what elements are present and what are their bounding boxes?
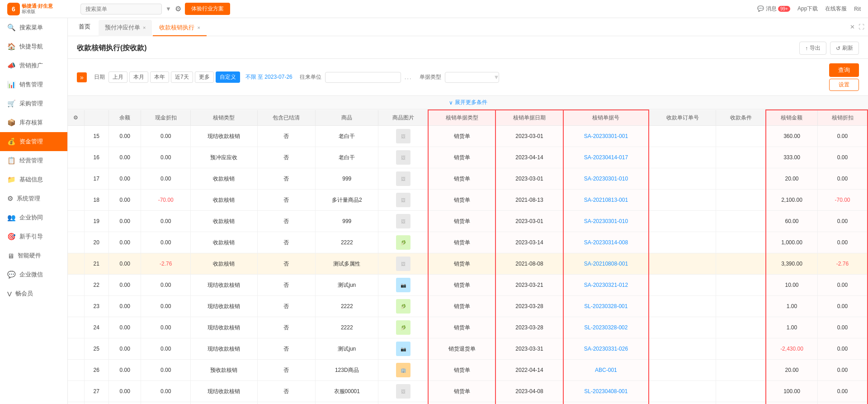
tab-prepay-close[interactable]: × bbox=[143, 25, 146, 30]
doc-no-link[interactable]: SA-20230301-010 bbox=[584, 176, 628, 182]
cell-verify-doc-no[interactable]: SL-20230418-001 bbox=[563, 402, 649, 404]
sidebar-item-inventory[interactable]: 📦 库存核算 bbox=[0, 113, 67, 132]
date-more-btn[interactable]: 更多 bbox=[195, 71, 214, 83]
cell-payment-terms bbox=[716, 168, 766, 190]
cell-verify-type: 现结收款核销 bbox=[190, 381, 257, 402]
sidebar-item-purchase[interactable]: 🛒 采购管理 bbox=[0, 94, 67, 113]
export-btn[interactable]: ↑ 导出 bbox=[799, 42, 826, 55]
sidebar-item-finance[interactable]: 💰 资金管理 bbox=[0, 132, 67, 151]
sidebar-item-sales[interactable]: 📊 销售管理 bbox=[0, 75, 67, 94]
refresh-label: 刷新 bbox=[842, 44, 853, 52]
collapse-filter-btn[interactable]: » bbox=[77, 72, 87, 82]
cell-verify-discount: 0.00 bbox=[818, 338, 868, 360]
goods-image: 🥬 bbox=[396, 320, 410, 335]
doc-no-link[interactable]: SA-20230314-008 bbox=[584, 239, 628, 246]
filter-settings-btn[interactable]: 设置 bbox=[829, 79, 859, 91]
date-year-btn[interactable]: 本年 bbox=[150, 71, 169, 83]
search-icon: 🔍 bbox=[7, 24, 16, 32]
tab-verify[interactable]: 收款核销执行 × bbox=[153, 20, 206, 36]
sidebar-item-basic-info[interactable]: 📁 基础信息 bbox=[0, 170, 67, 189]
sidebar-item-operations[interactable]: 📋 经营管理 bbox=[0, 151, 67, 170]
doctype-select[interactable] bbox=[445, 72, 499, 83]
cell-verify-doc-no[interactable]: SA-20230301-010 bbox=[563, 168, 649, 190]
date-prev-btn[interactable]: 上月 bbox=[108, 71, 127, 83]
brand-sub: 标准版 bbox=[22, 9, 53, 14]
cell-verify-type: 预冲应应收 bbox=[190, 147, 257, 168]
query-btn[interactable]: 查询 bbox=[829, 63, 859, 77]
cell-gear bbox=[68, 338, 84, 360]
online-service-link[interactable]: 在线客服 bbox=[825, 5, 847, 13]
cell-verify-doc-no[interactable]: SA-20230301-010 bbox=[563, 211, 649, 232]
cell-cash-discount: 0.00 bbox=[141, 402, 191, 404]
cell-verify-doc-no[interactable]: SA-20230314-008 bbox=[563, 232, 649, 253]
doc-no-link[interactable]: SA-20230321-012 bbox=[584, 282, 628, 288]
cell-include-settled: 否 bbox=[257, 232, 316, 253]
sidebar-item-marketing[interactable]: 📣 营销推广 bbox=[0, 56, 67, 75]
doc-no-link[interactable]: SL-20230328-001 bbox=[584, 303, 627, 309]
sidebar-item-wechat[interactable]: 💬 企业微信 bbox=[0, 265, 67, 284]
cell-verify-doc-no[interactable]: ABC-001 bbox=[563, 360, 649, 381]
search-input[interactable] bbox=[80, 4, 162, 14]
expand-filter-btn[interactable]: ∨ 展开更多条件 bbox=[449, 99, 487, 106]
layout: 🔍 搜索菜单 🏠 快捷导航 📣 营销推广 📊 销售管理 🛒 采购管理 📦 库存核… bbox=[0, 18, 868, 404]
industry-btn[interactable]: 体验行业方案 bbox=[185, 3, 230, 15]
cell-goods-image: 📷 bbox=[378, 275, 428, 296]
cell-verify-doc-no[interactable]: SA-20210813-001 bbox=[563, 190, 649, 211]
cell-payment-terms bbox=[716, 190, 766, 211]
cell-verify-doc-no[interactable]: SL-20230408-001 bbox=[563, 381, 649, 402]
sidebar-item-quicknav[interactable]: 🏠 快捷导航 bbox=[0, 37, 67, 56]
cell-verify-doc-no[interactable]: SA-20210808-001 bbox=[563, 253, 649, 275]
sidebar-item-label: 营销推广 bbox=[19, 62, 43, 70]
doc-no-link[interactable]: SA-20210813-001 bbox=[584, 197, 628, 203]
doc-no-link[interactable]: SA-20230301-010 bbox=[584, 218, 628, 224]
th-gear[interactable]: ⚙ bbox=[68, 110, 84, 126]
tab-verify-close[interactable]: × bbox=[197, 25, 200, 30]
cell-verify-discount: 0.00 bbox=[818, 317, 868, 338]
sidebar-item-member[interactable]: V 畅会员 bbox=[0, 284, 67, 303]
tab-home[interactable]: 首页 bbox=[71, 19, 98, 35]
sidebar-item-search[interactable]: 🔍 搜索菜单 bbox=[0, 18, 67, 37]
doc-no-link[interactable]: ABC-001 bbox=[595, 367, 617, 373]
cell-goods: 测试jun bbox=[316, 275, 378, 296]
notification-area[interactable]: 💬 消息 99+ bbox=[757, 5, 790, 13]
goods-image: 🖼 bbox=[396, 129, 410, 143]
dropdown-arrow[interactable]: ▼ bbox=[165, 5, 171, 12]
cell-receipt-order-no bbox=[649, 275, 716, 296]
cell-verify-doc-no[interactable]: SA-20230321-012 bbox=[563, 275, 649, 296]
date-week-btn[interactable]: 近7天 bbox=[171, 71, 193, 83]
doc-no-link[interactable]: SA-20230331-026 bbox=[584, 346, 628, 352]
cell-seq: 28 bbox=[84, 402, 109, 404]
doc-no-link[interactable]: SL-20230408-001 bbox=[584, 388, 627, 394]
sidebar-item-guide[interactable]: 🎯 新手引导 bbox=[0, 227, 67, 246]
refresh-btn[interactable]: ↺ 刷新 bbox=[830, 42, 859, 55]
cell-cash-discount: 0.00 bbox=[141, 126, 191, 147]
main-content: 首页 预付冲应付单 × 收款核销执行 × ✕ ⛶ 收款核销执行(按收款) bbox=[68, 18, 868, 404]
cell-goods: 衣服00001 bbox=[316, 381, 378, 402]
app-download-link[interactable]: App下载 bbox=[797, 5, 818, 13]
cell-verify-doc-no[interactable]: SA-20230331-026 bbox=[563, 338, 649, 360]
party-input[interactable] bbox=[325, 72, 401, 83]
cell-verify-doc-no[interactable]: SA-20230301-001 bbox=[563, 126, 649, 147]
cell-verify-doc-no[interactable]: SA-20230414-017 bbox=[563, 147, 649, 168]
doc-no-link[interactable]: SL-20230328-002 bbox=[584, 324, 627, 331]
tab-prepay[interactable]: 预付冲应付单 × bbox=[99, 20, 152, 36]
cell-verify-doc-no[interactable]: SL-20230328-001 bbox=[563, 296, 649, 317]
close-window-icon[interactable]: ✕ bbox=[850, 24, 855, 30]
maximize-icon[interactable]: ⛶ bbox=[859, 24, 864, 30]
user-area[interactable]: Rit bbox=[854, 6, 861, 12]
date-custom-btn[interactable]: 自定义 bbox=[216, 71, 240, 83]
doc-no-link[interactable]: SA-20230414-017 bbox=[584, 154, 628, 161]
cell-verify-doc-no[interactable]: SL-20230328-002 bbox=[563, 317, 649, 338]
sidebar-item-system[interactable]: ⚙ 系统管理 bbox=[0, 189, 67, 208]
cell-seq: 27 bbox=[84, 381, 109, 402]
date-curr-btn[interactable]: 本月 bbox=[129, 71, 148, 83]
doc-no-link[interactable]: SA-20230301-001 bbox=[584, 133, 628, 139]
sidebar: 🔍 搜索菜单 🏠 快捷导航 📣 营销推广 📊 销售管理 🛒 采购管理 📦 库存核… bbox=[0, 18, 68, 404]
sidebar-item-collab[interactable]: 👥 企业协同 bbox=[0, 208, 67, 227]
cell-include-settled: 否 bbox=[257, 168, 316, 190]
sidebar-item-hardware[interactable]: 🖥 智能硬件 bbox=[0, 246, 67, 265]
doc-no-link[interactable]: SA-20210808-001 bbox=[584, 261, 628, 267]
cell-balance: 0.00 bbox=[109, 296, 141, 317]
settings-icon[interactable]: ⚙ bbox=[175, 5, 181, 13]
cell-verify-doc-date: 2023-04-18 bbox=[495, 402, 563, 404]
